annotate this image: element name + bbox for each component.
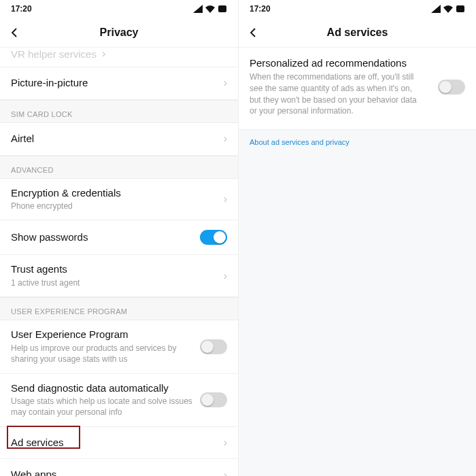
section-sim-card-lock: SIM CARD LOCK [0, 100, 238, 123]
row-send-diagnostic[interactable]: Send diagnostic data automatically Usage… [0, 374, 238, 427]
row-web-apps[interactable]: Web apps › [0, 459, 238, 476]
row-label: Ad services [11, 437, 218, 449]
row-subtitle: When the recommendations are off, you'll… [250, 71, 426, 117]
row-label: Web apps [11, 469, 218, 476]
row-label: Picture-in-picture [11, 77, 218, 90]
row-label: VR helper services [11, 48, 97, 60]
privacy-screen: 17:20 Privacy VR helper services › Pictu… [0, 0, 238, 476]
chevron-right-icon: › [218, 77, 227, 89]
chevron-right-icon: › [97, 48, 105, 60]
ad-services-screen: 17:20 Ad services Personalized ad recomm… [238, 0, 476, 476]
row-label: Personalized ad recommendations [250, 57, 426, 69]
row-label: Encryption & credentials [11, 187, 218, 200]
row-label: Trust agents [11, 263, 218, 276]
battery-icon [456, 5, 465, 13]
status-time: 17:20 [11, 4, 32, 14]
row-subtitle: 1 active trust agent [11, 277, 218, 288]
title-bar: Privacy [0, 18, 238, 48]
row-personalized-ads[interactable]: Personalized ad recommendations When the… [239, 48, 476, 130]
link-about-ad-services[interactable]: About ad services and privacy [239, 130, 476, 154]
row-subtitle: Phone encrypted [11, 201, 218, 211]
section-advanced: ADVANCED [0, 156, 238, 179]
svg-rect-1 [456, 5, 464, 12]
row-subtitle: Usage stats which help us locate and sol… [11, 396, 194, 418]
row-user-experience-program[interactable]: User Experience Program Help us improve … [0, 320, 238, 373]
status-icons [431, 5, 465, 13]
back-button[interactable] [244, 23, 263, 42]
title-bar: Ad services [239, 18, 476, 48]
row-trust-agents[interactable]: Trust agents 1 active trust agent › [0, 255, 238, 297]
toggle-show-passwords[interactable] [200, 230, 227, 245]
row-label: User Experience Program [11, 328, 194, 341]
toggle-personalized-ads[interactable] [438, 80, 465, 95]
page-title: Privacy [0, 27, 238, 39]
toggle-diagnostic[interactable] [200, 392, 227, 407]
row-ad-services[interactable]: Ad services › [0, 427, 238, 460]
chevron-right-icon: › [218, 469, 227, 476]
status-bar: 17:20 [239, 0, 476, 18]
row-label: Airtel [11, 133, 218, 146]
row-subtitle: Help us improve our products and service… [11, 343, 194, 364]
section-user-experience: USER EXPERIENCE PROGRAM [0, 297, 238, 320]
wifi-icon [205, 5, 215, 13]
row-encryption[interactable]: Encryption & credentials Phone encrypted… [0, 179, 238, 221]
chevron-right-icon: › [218, 437, 227, 449]
toggle-user-experience[interactable] [200, 339, 227, 354]
row-picture-in-picture[interactable]: Picture-in-picture › [0, 67, 238, 100]
svg-rect-0 [218, 5, 226, 12]
battery-icon [218, 5, 227, 13]
chevron-right-icon: › [218, 193, 227, 205]
empty-area [239, 154, 476, 476]
row-vr-helper[interactable]: VR helper services › [0, 48, 238, 67]
row-airtel[interactable]: Airtel › [0, 123, 238, 156]
wifi-icon [443, 5, 453, 13]
page-title: Ad services [239, 27, 476, 39]
row-label: Send diagnostic data automatically [11, 382, 194, 395]
signal-icon [431, 5, 441, 13]
settings-list: VR helper services › Picture-in-picture … [0, 48, 238, 476]
back-button[interactable] [5, 23, 24, 42]
status-bar: 17:20 [0, 0, 238, 18]
row-label: Show passwords [11, 231, 194, 244]
status-icons [193, 5, 227, 13]
back-chevron-icon [248, 27, 259, 38]
chevron-right-icon: › [218, 270, 227, 282]
row-show-passwords[interactable]: Show passwords [0, 220, 238, 255]
signal-icon [193, 5, 203, 13]
chevron-right-icon: › [218, 133, 227, 145]
back-chevron-icon [10, 27, 20, 38]
status-time: 17:20 [250, 4, 271, 14]
